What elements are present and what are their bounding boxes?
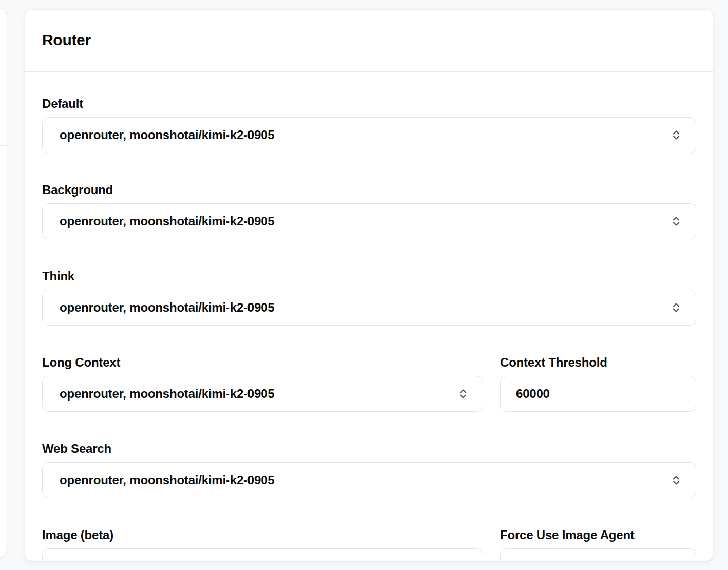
think-label: Think bbox=[42, 269, 696, 283]
field-image-row: Image (beta) Force Use Image Agent bbox=[42, 527, 696, 561]
background-select-value: openrouter, moonshotai/kimi-k2-0905 bbox=[60, 214, 274, 229]
web-search-label: Web Search bbox=[42, 441, 696, 456]
chevron-up-down-icon bbox=[669, 473, 683, 487]
web-search-select-value: openrouter, moonshotai/kimi-k2-0905 bbox=[60, 473, 274, 487]
card-title: Router bbox=[42, 31, 696, 49]
force-use-image-agent-input[interactable] bbox=[500, 548, 696, 561]
image-model-select[interactable] bbox=[42, 548, 483, 561]
image-label: Image (beta) bbox=[42, 527, 483, 542]
chevron-up-down-icon bbox=[456, 387, 470, 401]
think-select-value: openrouter, moonshotai/kimi-k2-0905 bbox=[60, 300, 274, 315]
field-background: Background openrouter, moonshotai/kimi-k… bbox=[42, 182, 696, 239]
context-threshold-input[interactable] bbox=[500, 376, 696, 412]
router-settings-card: Router Default openrouter, moonshotai/ki… bbox=[25, 9, 713, 561]
think-model-select[interactable]: openrouter, moonshotai/kimi-k2-0905 bbox=[42, 290, 696, 326]
field-long-context-row: Long Context openrouter, moonshotai/kimi… bbox=[42, 355, 696, 412]
field-default: Default openrouter, moonshotai/kimi-k2-0… bbox=[42, 96, 696, 153]
long-context-column: Long Context openrouter, moonshotai/kimi… bbox=[42, 355, 483, 412]
long-context-select-value: openrouter, moonshotai/kimi-k2-0905 bbox=[60, 387, 274, 401]
chevron-up-down-icon bbox=[456, 559, 470, 561]
chevron-up-down-icon bbox=[669, 128, 683, 142]
card-header: Router bbox=[25, 10, 713, 72]
background-model-select[interactable]: openrouter, moonshotai/kimi-k2-0905 bbox=[42, 203, 696, 239]
context-threshold-label: Context Threshold bbox=[500, 355, 696, 370]
field-think: Think openrouter, moonshotai/kimi-k2-090… bbox=[42, 269, 696, 326]
default-model-select[interactable]: openrouter, moonshotai/kimi-k2-0905 bbox=[42, 117, 696, 153]
card-body: Default openrouter, moonshotai/kimi-k2-0… bbox=[25, 72, 713, 561]
context-threshold-column: Context Threshold bbox=[500, 355, 696, 412]
left-partial-panel bbox=[0, 8, 7, 558]
default-select-value: openrouter, moonshotai/kimi-k2-0905 bbox=[60, 128, 274, 142]
left-panel-divider bbox=[0, 145, 7, 146]
background-label: Background bbox=[42, 182, 696, 197]
default-label: Default bbox=[42, 96, 696, 111]
image-column: Image (beta) bbox=[42, 527, 483, 561]
chevron-up-down-icon bbox=[669, 214, 683, 229]
web-search-model-select[interactable]: openrouter, moonshotai/kimi-k2-0905 bbox=[42, 462, 696, 498]
chevron-up-down-icon bbox=[669, 300, 683, 315]
long-context-model-select[interactable]: openrouter, moonshotai/kimi-k2-0905 bbox=[42, 376, 483, 412]
field-web-search: Web Search openrouter, moonshotai/kimi-k… bbox=[42, 441, 696, 498]
force-image-agent-column: Force Use Image Agent bbox=[500, 527, 696, 561]
long-context-label: Long Context bbox=[42, 355, 483, 370]
force-image-agent-label: Force Use Image Agent bbox=[500, 527, 696, 542]
